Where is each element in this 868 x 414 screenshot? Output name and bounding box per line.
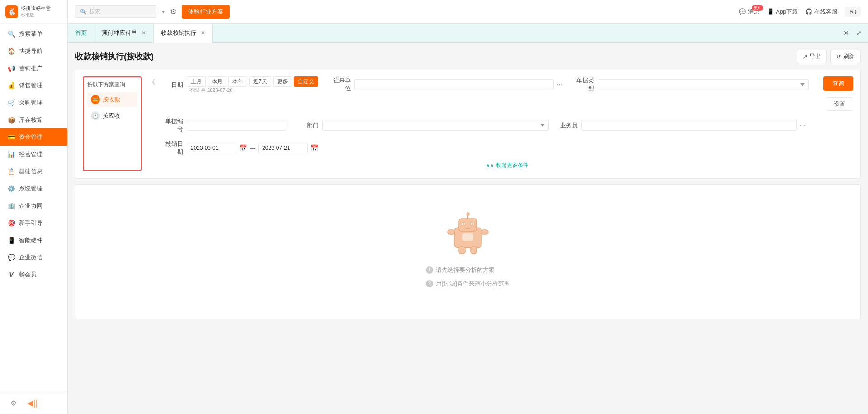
service-label: 在线客服 — [814, 8, 838, 16]
counterparty-more-icon[interactable]: ··· — [554, 81, 565, 88]
sidebar-item-quick-nav[interactable]: 🏠 快捷导航 — [0, 43, 67, 60]
tab-write-off-close[interactable]: ✕ — [201, 30, 205, 36]
date-btn-last-month[interactable]: 上月 — [187, 76, 206, 87]
tabbar: 首页 预付冲应付单 ✕ 收款核销执行 ✕ ✕ ⤢ — [68, 24, 868, 43]
empty-tips: 1 请先选择要分析的方案 2 用[过滤]条件来缩小分析范围 — [426, 264, 509, 291]
tip-num-2: 2 — [426, 280, 433, 287]
date-btn-custom[interactable]: 自定义 — [294, 76, 318, 87]
query-button[interactable]: 查询 — [823, 76, 853, 91]
sidebar-item-search[interactable]: 🔍 搜索菜单 — [0, 25, 67, 43]
tab-write-off[interactable]: 收款核销执行 ✕ — [154, 24, 213, 43]
date-btn-7days[interactable]: 近7天 — [249, 76, 271, 87]
sidebar-item-hardware[interactable]: 📱 智能硬件 — [0, 232, 67, 249]
tab-prepay-label: 预付冲应付单 — [102, 29, 137, 37]
staff-more-icon[interactable]: ··· — [797, 122, 808, 129]
collapse-icon: 《 — [149, 78, 155, 86]
date-btn-this-month[interactable]: 本月 — [208, 76, 226, 87]
close-all-tabs-button[interactable]: ✕ — [841, 28, 852, 38]
quick-nav-icon: 🏠 — [7, 47, 15, 55]
member-icon: V — [7, 271, 15, 279]
app-download-button[interactable]: 📱 App下载 — [767, 8, 798, 16]
sidebar-item-label: 基础信息 — [19, 167, 42, 176]
sidebar-item-system[interactable]: ⚙️ 系统管理 — [0, 180, 67, 197]
topbar: 🔍 搜索 ▾ ⚙ 体验行业方案 💬 消息 99+ 📱 App下载 🎧 在线客服 … — [68, 0, 868, 24]
filter-action-buttons: 查询 设置 — [823, 76, 853, 111]
sidebar-item-enterprise[interactable]: 🏢 企业协同 — [0, 197, 67, 214]
sidebar-item-sales[interactable]: 💰 销售管理 — [0, 77, 67, 94]
writeoff-date-separator: — — [250, 145, 255, 152]
filter-collapse-button[interactable]: 《 — [149, 76, 158, 171]
sidebar-item-finance[interactable]: 💳 资金管理 — [0, 128, 67, 146]
tab-home[interactable]: 首页 — [68, 24, 94, 43]
svg-point-4 — [462, 223, 464, 225]
sidebar-item-inventory[interactable]: 📦 库存核算 — [0, 111, 67, 128]
refresh-button[interactable]: ↺ 刷新 — [830, 50, 861, 63]
industry-solution-button[interactable]: 体验行业方案 — [182, 5, 230, 19]
newbie-icon: 🎯 — [7, 219, 15, 227]
writeoff-start-date[interactable] — [187, 143, 236, 153]
sidebar-item-operations[interactable]: 📊 经营管理 — [0, 146, 67, 163]
sidebar-item-label: 智能硬件 — [19, 236, 42, 244]
sidebar-item-purchase[interactable]: 🛒 采购管理 — [0, 94, 67, 111]
topbar-gear-icon[interactable]: ⚙ — [170, 7, 176, 16]
collapse-more-button[interactable]: ∧∧ 收起更多条件 — [481, 160, 534, 171]
sidebar-item-basic-info[interactable]: 📋 基础信息 — [0, 163, 67, 180]
sidebar-item-label: 库存核算 — [19, 116, 42, 124]
filter-option-by-receipt[interactable]: 💳 按收款 — [87, 92, 137, 107]
user-profile-button[interactable]: Rit — [845, 7, 861, 17]
writeoff-start-cal-icon[interactable]: 📅 — [239, 144, 247, 152]
app-label: App下载 — [776, 8, 798, 16]
enterprise-icon: 🏢 — [7, 202, 15, 210]
refresh-icon: ↺ — [836, 53, 841, 60]
logo-name: 畅捷通好生意 — [21, 5, 51, 11]
export-button[interactable]: ↗ 导出 — [797, 50, 827, 63]
tab-prepay-close[interactable]: ✕ — [142, 30, 146, 36]
department-select[interactable] — [322, 120, 549, 131]
online-service-button[interactable]: 🎧 在线客服 — [805, 8, 838, 16]
sidebar-item-weixin[interactable]: 💬 企业微信 — [0, 249, 67, 266]
settings-icon[interactable]: ⚙ — [7, 397, 20, 409]
svg-point-7 — [467, 213, 469, 215]
sidebar: 🐇 畅捷通好生意 标准版 🔍 搜索菜单 🏠 快捷导航 📢 营销推广 💰 销售管理… — [0, 0, 68, 414]
tabbar-right-controls: ✕ ⤢ — [841, 28, 868, 38]
counterparty-input[interactable] — [354, 79, 554, 90]
staff-input[interactable] — [581, 120, 797, 131]
sidebar-item-newbie[interactable]: 🎯 新手引导 — [0, 214, 67, 232]
sidebar-item-marketing[interactable]: 📢 营销推广 — [0, 60, 67, 77]
page-title-bar: 收款核销执行(按收款) ↗ 导出 ↺ 刷新 — [75, 50, 861, 63]
message-button[interactable]: 💬 消息 99+ — [739, 8, 760, 16]
filter-option-receipt-label: 按收款 — [103, 95, 120, 104]
sidebar-item-member[interactable]: V 畅会员 — [0, 266, 67, 283]
sidebar-item-label: 营销推广 — [19, 64, 42, 72]
app-logo: 🐇 畅捷通好生意 标准版 — [0, 0, 67, 24]
sidebar-item-label: 资金管理 — [19, 133, 42, 141]
expand-button[interactable]: ⤢ — [854, 28, 864, 38]
setting-button[interactable]: 设置 — [826, 97, 853, 111]
receivable-icon: 🕐 — [91, 111, 100, 120]
svg-point-5 — [472, 223, 473, 225]
filter-panel: 按以下方案查询 💳 按收款 🕐 按应收 《 日期 — [75, 69, 861, 179]
basic-info-icon: 📋 — [7, 167, 15, 176]
sidebar-item-label: 经营管理 — [19, 150, 42, 158]
sidebar-collapse-button[interactable]: ◀‖ — [27, 398, 38, 408]
sidebar-item-label: 新手引导 — [19, 219, 42, 227]
date-btn-this-year[interactable]: 本年 — [228, 76, 247, 87]
sidebar-item-label: 采购管理 — [19, 99, 42, 107]
collapse-more-row: ∧∧ 收起更多条件 — [161, 160, 853, 171]
weixin-icon: 💬 — [7, 253, 15, 262]
collapse-up-icon: ∧∧ — [486, 162, 494, 169]
page-actions: ↗ 导出 ↺ 刷新 — [797, 50, 861, 63]
doc-number-input[interactable] — [187, 120, 286, 131]
message-badge: 99+ — [752, 5, 763, 11]
topbar-search-box[interactable]: 🔍 搜索 — [75, 5, 156, 18]
doc-type-select[interactable] — [598, 79, 809, 90]
filter-option-by-receivable[interactable]: 🕐 按应收 — [87, 109, 137, 123]
finance-icon: 💳 — [7, 133, 15, 141]
writeoff-end-cal-icon[interactable]: 📅 — [311, 144, 318, 152]
topbar-dropdown-icon[interactable]: ▾ — [162, 9, 165, 15]
writeoff-end-date[interactable] — [258, 143, 308, 153]
app-icon: 📱 — [767, 8, 774, 15]
tip-text-1: 请先选择要分析的方案 — [436, 264, 495, 276]
date-btn-more[interactable]: 更多 — [273, 76, 292, 87]
tab-prepay[interactable]: 预付冲应付单 ✕ — [94, 24, 154, 43]
